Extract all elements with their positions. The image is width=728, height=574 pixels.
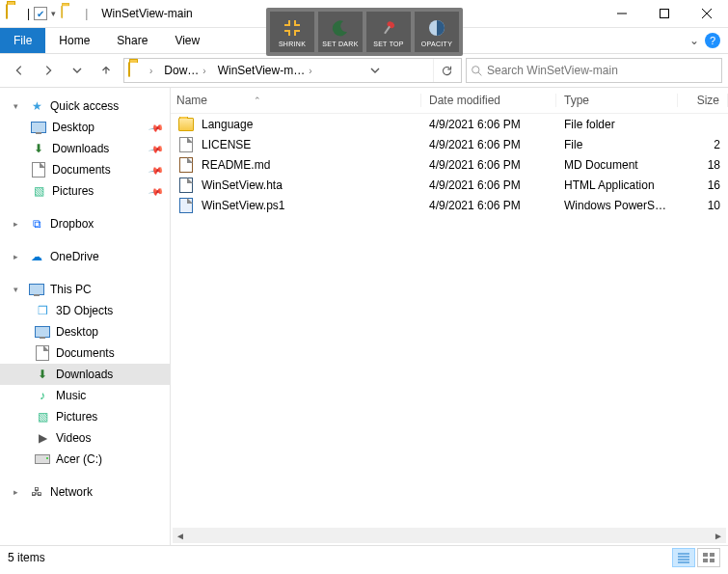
tab-home[interactable]: Home [45,28,103,53]
breadcrumb-downloads[interactable]: Dow…› [158,64,211,77]
cube-icon: ❒ [35,303,50,318]
search-input[interactable]: Search WinSetView-main [466,58,722,83]
back-button[interactable] [6,57,33,84]
sidebar-item-this-pc[interactable]: ▾This PC [0,279,170,300]
file-name: WinSetView.hta [202,178,283,192]
sidebar-item-downloads-pc[interactable]: ⬇Downloads [0,364,170,385]
scroll-track[interactable] [188,528,711,543]
navigation-pane: ▾★Quick access Desktop📌 ⬇Downloads📌 Docu… [0,88,171,545]
sidebar-item-downloads[interactable]: ⬇Downloads📌 [0,138,170,159]
ribbon-collapse-icon[interactable]: ⌄ [689,34,699,47]
sidebar-item-network[interactable]: ▸🖧Network [0,481,170,503]
qat-divider: | [27,7,30,20]
svg-rect-5 [384,25,391,34]
shrink-button[interactable]: SHRINK [270,12,314,52]
sidebar-item-onedrive[interactable]: ▸☁OneDrive [0,246,170,267]
set-dark-button[interactable]: SET DARK [318,12,363,52]
sidebar-item-label: Desktop [52,121,94,134]
downloads-icon: ⬇ [35,367,50,382]
address-bar[interactable]: › Dow…› WinSetView-m…› [123,58,462,83]
tab-share[interactable]: Share [103,28,161,53]
cloud-icon: ☁ [29,249,44,264]
pin-icon: 📌 [148,183,164,199]
desktop-icon [35,324,50,340]
sidebar-item-label: Acer (C:) [56,452,102,466]
maximize-button[interactable] [643,0,686,27]
large-icons-view-button[interactable] [697,548,720,567]
file-icon [178,198,194,213]
sidebar-item-documents[interactable]: Documents📌 [0,159,170,180]
sidebar-item-desktop[interactable]: Desktop📌 [0,117,170,138]
file-icon [178,117,194,132]
address-dropdown-button[interactable] [362,57,389,84]
expand-icon[interactable]: ▸ [13,487,23,497]
file-type: Windows PowerS… [556,199,678,212]
column-header-name[interactable]: Name⌃ [171,94,421,107]
sidebar-item-label: Pictures [56,410,97,424]
table-row[interactable]: Language4/9/2021 6:06 PMFile folder [171,114,728,134]
breadcrumb-current[interactable]: WinSetView-m…› [212,64,318,77]
sidebar-item-pictures[interactable]: ▧Pictures📌 [0,180,170,202]
opacity-button[interactable]: OPACITY [415,12,459,52]
sidebar-item-desktop-pc[interactable]: Desktop [0,321,170,342]
qat-dropdown-icon[interactable]: ▾ [51,9,56,18]
scroll-left-icon[interactable]: ◄ [173,528,188,543]
sidebar-item-3d-objects[interactable]: ❒3D Objects [0,300,170,321]
help-icon[interactable]: ? [705,33,720,48]
breadcrumb-root-chevron[interactable]: › [144,66,158,76]
qat-check-icon[interactable]: ✔ [34,7,47,20]
file-type: HTML Application [556,178,678,192]
sidebar-item-label: Documents [52,163,111,177]
table-row[interactable]: README.md4/9/2021 6:06 PMMD Document18 [171,154,728,175]
svg-rect-13 [703,553,708,557]
scroll-right-icon[interactable]: ► [711,528,726,543]
expand-icon[interactable]: ▸ [13,219,23,229]
sidebar-item-quick-access[interactable]: ▾★Quick access [0,96,170,117]
pin-icon: 📌 [148,120,164,135]
sidebar-item-videos[interactable]: ▶Videos [0,427,170,449]
documents-icon [31,162,46,178]
set-top-button[interactable]: SET TOP [366,12,411,52]
expand-icon[interactable]: ▾ [13,285,23,294]
up-button[interactable] [93,57,120,84]
sidebar-item-label: 3D Objects [56,304,113,317]
forward-button[interactable] [35,57,62,84]
sidebar-item-pictures-pc[interactable]: ▧Pictures [0,406,170,427]
column-header-size[interactable]: Size [678,94,728,107]
pin-icon [378,17,399,39]
column-header-date[interactable]: Date modified [421,94,556,107]
set-dark-label: SET DARK [322,41,358,47]
sidebar-item-label: OneDrive [50,250,99,263]
videos-icon: ▶ [35,430,50,446]
file-date: 4/9/2021 6:06 PM [421,199,556,212]
table-row[interactable]: LICENSE4/9/2021 6:06 PMFile2 [171,134,728,154]
sidebar-item-label: This PC [50,283,92,296]
sidebar-item-acer-drive[interactable]: Acer (C:) [0,449,170,470]
expand-icon[interactable]: ▾ [13,101,23,111]
tab-file[interactable]: File [0,28,45,53]
expand-icon[interactable]: ▸ [13,252,23,261]
svg-rect-14 [710,553,715,557]
drive-icon [35,451,50,467]
sidebar-item-dropbox[interactable]: ▸⧉Dropbox [0,213,170,234]
close-button[interactable] [686,0,728,27]
horizontal-scrollbar[interactable]: ◄ ► [173,528,726,543]
downloads-icon: ⬇ [31,141,46,156]
file-date: 4/9/2021 6:06 PM [421,158,556,172]
details-view-button[interactable] [672,548,695,567]
pin-icon: 📌 [148,162,164,178]
file-date: 4/9/2021 6:06 PM [421,178,556,192]
file-type: File [556,138,678,151]
tab-view[interactable]: View [161,28,213,53]
refresh-button[interactable] [433,59,461,82]
pc-icon [29,282,44,297]
column-header-type[interactable]: Type [556,94,678,107]
sidebar-item-music[interactable]: ♪Music [0,385,170,406]
table-row[interactable]: WinSetView.ps14/9/2021 6:06 PMWindows Po… [171,195,728,215]
table-row[interactable]: WinSetView.hta4/9/2021 6:06 PMHTML Appli… [171,175,728,195]
recent-locations-button[interactable] [64,57,91,84]
moon-icon [330,17,351,39]
sidebar-item-documents-pc[interactable]: Documents [0,342,170,364]
music-icon: ♪ [35,388,50,403]
minimize-button[interactable] [601,0,643,27]
